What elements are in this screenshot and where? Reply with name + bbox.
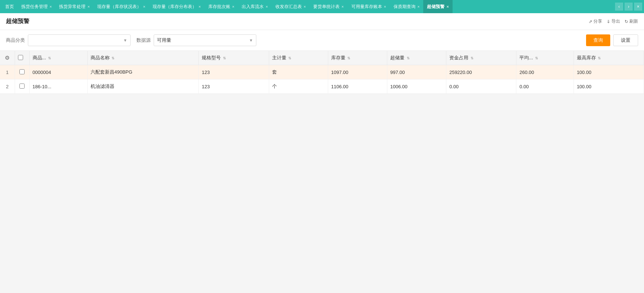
select-all-checkbox[interactable] bbox=[18, 55, 23, 60]
row-name: 机油滤清器 bbox=[87, 79, 199, 94]
row-spec: 123 bbox=[199, 65, 269, 79]
sort-icon: ⇅ bbox=[48, 56, 51, 60]
table-th-overstock[interactable]: 超储量 ⇅ bbox=[387, 51, 446, 65]
table-th-capital[interactable]: 资金占用 ⇅ bbox=[446, 51, 516, 65]
topbar: 首页 拣货任务管理 × 拣货异常处理 × 现存量（库存状况表） × 现存量（库存… bbox=[0, 0, 644, 13]
table-th-maxstock[interactable]: 最高库存 ⇅ bbox=[574, 51, 644, 65]
close-icon[interactable]: × bbox=[198, 4, 201, 9]
row-unit: 个 bbox=[269, 79, 328, 94]
row-overstock: 1006.00 bbox=[387, 79, 446, 94]
row-checkbox[interactable] bbox=[15, 79, 29, 94]
export-icon: ⇓ bbox=[607, 19, 610, 24]
close-icon[interactable]: × bbox=[446, 4, 449, 9]
row-checkbox[interactable] bbox=[15, 65, 29, 79]
data-table: ⚙ 商品... ⇅ 商品名称 ⇅ 规格型号 ⇅ bbox=[0, 51, 644, 94]
sort-icon: ⇅ bbox=[347, 56, 350, 60]
table-th-name[interactable]: 商品名称 ⇅ bbox=[87, 51, 199, 65]
close-icon[interactable]: × bbox=[417, 4, 420, 9]
close-icon[interactable]: × bbox=[304, 4, 306, 9]
table-row: 2 186-10... 机油滤清器 123 个 1106.00 1006.00 … bbox=[0, 79, 644, 94]
row-capital: 0.00 bbox=[446, 79, 516, 94]
category-label: 商品分类 bbox=[6, 37, 25, 44]
share-button[interactable]: ⇗ 分享 bbox=[589, 18, 602, 25]
table-container: ⚙ 商品... ⇅ 商品名称 ⇅ 规格型号 ⇅ bbox=[0, 51, 644, 94]
topbar-item-batch[interactable]: 库存批次账 × bbox=[205, 0, 238, 13]
sort-icon: ⇅ bbox=[288, 56, 291, 60]
topbar-item-collect-summary[interactable]: 收发存汇总表 × bbox=[272, 0, 310, 13]
row-name: 六配套新昌490BPG bbox=[87, 65, 199, 79]
header-actions: ⇗ 分享 ⇓ 导出 ↻ 刷新 bbox=[589, 18, 638, 25]
refresh-button[interactable]: ↻ 刷新 bbox=[625, 18, 638, 25]
row-stock: 1097.00 bbox=[328, 65, 387, 79]
close-icon[interactable]: × bbox=[143, 4, 145, 9]
table-th-spec[interactable]: 规格型号 ⇅ bbox=[199, 51, 269, 65]
settings-icon[interactable]: ⚙ bbox=[5, 55, 10, 61]
row-stock: 1106.00 bbox=[328, 79, 387, 94]
topbar-item-inout-flow[interactable]: 出入库流水 × bbox=[238, 0, 271, 13]
table-th-avg[interactable]: 平均... ⇅ bbox=[516, 51, 574, 65]
row-capital: 259220.00 bbox=[446, 65, 516, 79]
refresh-icon: ↻ bbox=[625, 19, 628, 24]
chevron-down-icon: ▼ bbox=[249, 38, 253, 42]
table-th-unit[interactable]: 主计量 ⇅ bbox=[269, 51, 328, 65]
sort-icon: ⇅ bbox=[535, 56, 538, 60]
sort-icon: ⇅ bbox=[407, 56, 410, 60]
datasource-label: 数据源 bbox=[136, 37, 151, 44]
topbar-item-stock-status[interactable]: 现存量（库存状况表） × bbox=[94, 0, 149, 13]
nav-next-button[interactable]: › bbox=[625, 3, 633, 11]
topbar-right-nav: ‹ › × bbox=[615, 3, 643, 11]
row-select-checkbox[interactable] bbox=[19, 84, 25, 89]
close-icon[interactable]: × bbox=[266, 4, 268, 9]
category-filter: 商品分类 ▼ bbox=[6, 34, 131, 46]
row-maxstock: 100.00 bbox=[574, 65, 644, 79]
close-icon[interactable]: × bbox=[232, 4, 234, 9]
table-th-code[interactable]: 商品... ⇅ bbox=[29, 51, 87, 65]
topbar-item-home[interactable]: 首页 bbox=[1, 0, 18, 13]
row-spec: 123 bbox=[199, 79, 269, 94]
sort-icon: ⇅ bbox=[223, 56, 226, 60]
close-icon[interactable]: × bbox=[50, 4, 52, 9]
close-icon[interactable]: × bbox=[341, 4, 344, 9]
table-header-row: ⚙ 商品... ⇅ 商品名称 ⇅ 规格型号 ⇅ bbox=[0, 51, 644, 65]
table-th-checkbox bbox=[15, 51, 29, 65]
nav-close-button[interactable]: × bbox=[634, 3, 642, 11]
sort-icon: ⇅ bbox=[598, 56, 601, 60]
query-button[interactable]: 查询 bbox=[586, 34, 610, 46]
row-code: 186-10... bbox=[29, 79, 87, 94]
page-title: 超储预警 bbox=[6, 18, 29, 25]
row-unit: 套 bbox=[269, 65, 328, 79]
row-maxstock: 100.00 bbox=[574, 79, 644, 94]
topbar-item-order-stats[interactable]: 要货单统计表 × bbox=[310, 0, 347, 13]
row-code: 0000004 bbox=[29, 65, 87, 79]
topbar-item-expiry-query[interactable]: 保质期查询 × bbox=[390, 0, 423, 13]
row-avg: 260.00 bbox=[516, 65, 574, 79]
table-row: 1 0000004 六配套新昌490BPG 123 套 1097.00 997.… bbox=[0, 65, 644, 79]
topbar-item-overstock[interactable]: 超储预警 × bbox=[423, 0, 452, 13]
category-select[interactable]: ▼ bbox=[28, 34, 131, 46]
settings-button[interactable]: 设置 bbox=[613, 34, 638, 46]
table-th-settings: ⚙ bbox=[0, 51, 15, 65]
topbar-item-available-stock[interactable]: 可用量库存账本 × bbox=[348, 0, 390, 13]
table-th-stock[interactable]: 库存量 ⇅ bbox=[328, 51, 387, 65]
filter-actions: 查询 设置 bbox=[586, 34, 638, 46]
main-content: ⚙ 商品... ⇅ 商品名称 ⇅ 规格型号 ⇅ bbox=[0, 51, 644, 94]
datasource-select[interactable]: 可用量 ▼ bbox=[154, 34, 256, 46]
page-header: 超储预警 ⇗ 分享 ⇓ 导出 ↻ 刷新 bbox=[0, 13, 644, 30]
row-index: 2 bbox=[0, 79, 15, 94]
nav-prev-button[interactable]: ‹ bbox=[615, 3, 623, 11]
topbar-item-picking-exception[interactable]: 拣货异常处理 × bbox=[55, 0, 93, 13]
export-button[interactable]: ⇓ 导出 bbox=[607, 18, 620, 25]
row-index: 1 bbox=[0, 65, 15, 79]
topbar-item-stock-dist[interactable]: 现存量（库存分布表） × bbox=[149, 0, 204, 13]
row-avg: 0.00 bbox=[516, 79, 574, 94]
sort-icon: ⇅ bbox=[471, 56, 473, 60]
datasource-select-value: 可用量 bbox=[157, 37, 171, 44]
share-icon: ⇗ bbox=[589, 19, 592, 24]
row-select-checkbox[interactable] bbox=[19, 69, 25, 74]
filter-area: 商品分类 ▼ 数据源 可用量 ▼ 查询 设置 bbox=[0, 30, 644, 51]
datasource-filter: 数据源 可用量 ▼ bbox=[136, 34, 256, 46]
close-icon[interactable]: × bbox=[384, 4, 386, 9]
close-icon[interactable]: × bbox=[87, 4, 89, 9]
chevron-down-icon: ▼ bbox=[123, 38, 127, 42]
topbar-item-picking-task[interactable]: 拣货任务管理 × bbox=[18, 0, 55, 13]
